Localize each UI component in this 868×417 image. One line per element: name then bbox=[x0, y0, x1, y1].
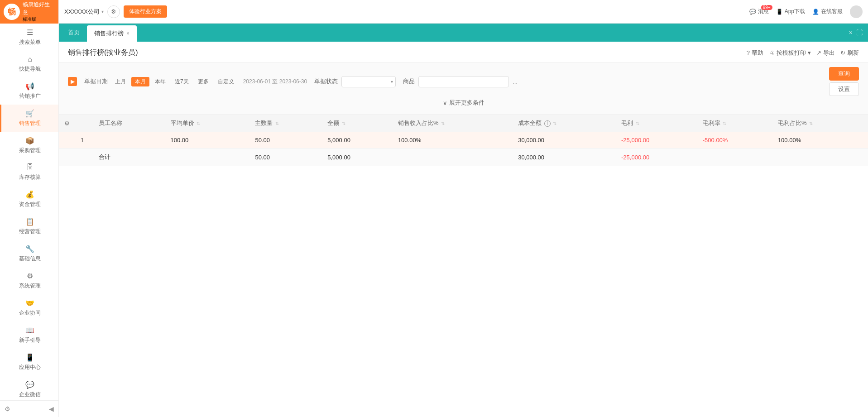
apps-icon: 📱 bbox=[25, 353, 34, 362]
operation-icon: 📋 bbox=[25, 217, 34, 226]
page-header: 销售排行榜(按业务员) ? 帮助 🖨 按模板打印 ▾ ↗ 导出 ↻ 刷新 bbox=[59, 42, 868, 62]
sidebar-item-basic[interactable]: 🔧 基础信息 bbox=[0, 240, 58, 267]
sidebar-item-operation[interactable]: 📋 经营管理 bbox=[0, 213, 58, 240]
message-badge: 99+ bbox=[761, 5, 772, 10]
sidebar-item-label: 搜索菜单 bbox=[19, 38, 41, 46]
sales-icon: 🛒 bbox=[25, 109, 34, 118]
help-button[interactable]: ? 帮助 bbox=[747, 49, 763, 57]
tab-close-all-icon[interactable]: × bbox=[849, 29, 853, 36]
col-qty: 主数量 ⇅ bbox=[249, 115, 322, 132]
sidebar-item-guide[interactable]: 📖 新手引导 bbox=[0, 321, 58, 349]
collapse-icon[interactable]: ◀ bbox=[49, 405, 54, 412]
sidebar-item-system[interactable]: ⚙ 系统管理 bbox=[0, 267, 58, 294]
header-settings-button[interactable]: ⚙ bbox=[107, 5, 120, 18]
sidebar-item-shortcut[interactable]: ⌂ 快捷导航 bbox=[0, 51, 58, 77]
status-select[interactable] bbox=[341, 76, 396, 87]
filter-toggle-button[interactable]: ▶ bbox=[68, 77, 77, 86]
col-amount: 全额 ⇅ bbox=[322, 115, 393, 132]
print-icon: 🖨 bbox=[769, 49, 775, 56]
col-avg-price: 平均单价 ⇅ bbox=[165, 115, 250, 132]
tab-close-icon[interactable]: × bbox=[126, 30, 129, 37]
date-tab-7days[interactable]: 近7天 bbox=[171, 77, 192, 86]
refresh-button[interactable]: ↻ 刷新 bbox=[840, 49, 859, 57]
total-row: 合计 50.00 5,000.00 30,000.00 bbox=[59, 149, 868, 166]
sidebar: 畅 畅康通好生意 标准版 ☰ 搜索菜单 ⌂ 快捷导航 📢 营销推广 🛒 销售管理… bbox=[0, 0, 59, 417]
template-print-button[interactable]: 🖨 按模板打印 ▾ bbox=[769, 49, 811, 57]
footer-settings-icon[interactable]: ⚙ bbox=[5, 405, 10, 412]
avg-price-sort-icon[interactable]: ⇅ bbox=[197, 121, 200, 126]
sidebar-item-apps[interactable]: 📱 应用中心 bbox=[0, 349, 58, 376]
profit-rate-sort-icon[interactable]: ⇅ bbox=[723, 121, 726, 126]
amount-sort-icon[interactable]: ⇅ bbox=[342, 121, 345, 126]
qty-sort-icon[interactable]: ⇅ bbox=[275, 121, 279, 126]
sidebar-item-marketing[interactable]: 📢 营销推广 bbox=[0, 77, 58, 105]
purchase-icon: 📦 bbox=[25, 136, 34, 145]
sidebar-item-label: 库存核算 bbox=[19, 173, 41, 181]
sidebar-item-wechat[interactable]: 💬 企业微信 bbox=[0, 376, 58, 400]
help-icon: ? bbox=[747, 49, 750, 56]
company-selector[interactable]: XXXXXX公司 ▾ bbox=[64, 8, 104, 16]
tab-bar: 首页 销售排行榜 × × ⛶ bbox=[59, 24, 868, 42]
collab-icon: 🤝 bbox=[25, 299, 34, 307]
profit-pct-sort-icon[interactable]: ⇅ bbox=[809, 121, 813, 126]
tab-home[interactable]: 首页 bbox=[61, 24, 87, 42]
cost-sort-icon[interactable]: ⇅ bbox=[553, 121, 556, 126]
row-avg-price-cell: 100.00 bbox=[165, 132, 250, 149]
total-profit-cell: -25,000.00 bbox=[616, 149, 697, 166]
app-download-button[interactable]: 📱 App下载 bbox=[776, 8, 805, 15]
sidebar-item-label: 快捷导航 bbox=[19, 65, 41, 73]
gear-icon: ⚙ bbox=[111, 8, 116, 15]
filter-goods-item: 商品 ... bbox=[403, 76, 518, 87]
tab-fullscreen-icon[interactable]: ⛶ bbox=[856, 29, 863, 36]
sales-pct-sort-icon[interactable]: ⇅ bbox=[441, 121, 445, 126]
header-right: 💬 消息 99+ 📱 App下载 👤 在线客服 bbox=[749, 5, 863, 18]
date-tab-last-month[interactable]: 上月 bbox=[111, 77, 129, 86]
avatar[interactable] bbox=[850, 5, 863, 18]
sidebar-item-search[interactable]: ☰ 搜索菜单 bbox=[0, 24, 58, 51]
sidebar-item-label: 经营管理 bbox=[19, 228, 41, 235]
total-profit-pct-cell bbox=[772, 149, 868, 166]
export-button[interactable]: ↗ 导出 bbox=[816, 49, 835, 57]
logo-text: 畅康通好生意 bbox=[23, 1, 55, 16]
date-tab-this-year[interactable]: 本年 bbox=[151, 77, 169, 86]
sidebar-item-purchase[interactable]: 📦 采购管理 bbox=[0, 132, 58, 159]
col-settings[interactable]: ⚙ bbox=[59, 115, 75, 132]
goods-ellipsis-button[interactable]: ... bbox=[513, 78, 518, 85]
message-button[interactable]: 💬 消息 99+ bbox=[749, 8, 769, 15]
goods-input[interactable] bbox=[418, 76, 509, 87]
settings-button[interactable]: 设置 bbox=[829, 82, 859, 96]
sidebar-item-sales[interactable]: 🛒 销售管理 bbox=[0, 105, 58, 132]
query-button[interactable]: 查询 bbox=[829, 67, 859, 81]
sidebar-item-inventory[interactable]: 🗄 库存核算 bbox=[0, 159, 58, 186]
trial-button[interactable]: 体验行业方案 bbox=[124, 5, 167, 18]
sidebar-item-label: 资金管理 bbox=[19, 201, 41, 208]
online-service-button[interactable]: 👤 在线客服 bbox=[812, 8, 843, 15]
service-icon: 👤 bbox=[812, 9, 819, 15]
marketing-icon: 📢 bbox=[25, 82, 34, 91]
finance-icon: 💰 bbox=[25, 190, 34, 199]
tab-bar-actions: × ⛶ bbox=[849, 29, 866, 36]
date-tab-more[interactable]: 更多 bbox=[194, 77, 212, 86]
date-tab-this-month[interactable]: 本月 bbox=[131, 77, 149, 86]
sidebar-item-label: 新手引导 bbox=[19, 336, 41, 344]
logo-icon: 畅 bbox=[4, 4, 20, 20]
sidebar-item-label: 系统管理 bbox=[19, 282, 41, 290]
tab-sales-ranking[interactable]: 销售排行榜 × bbox=[87, 25, 137, 42]
expand-down-icon: ∨ bbox=[443, 100, 447, 106]
print-arrow-icon: ▾ bbox=[808, 49, 811, 56]
cost-info-icon[interactable]: i bbox=[544, 120, 551, 127]
sidebar-item-finance[interactable]: 💰 资金管理 bbox=[0, 186, 58, 213]
filter-date-item: 单据日期 上月 本月 本年 近7天 更多 自定义 2023-06-01 至 20… bbox=[84, 77, 307, 86]
home-icon: ⌂ bbox=[28, 55, 32, 63]
sidebar-item-collab[interactable]: 🤝 企业协同 bbox=[0, 294, 58, 321]
profit-sort-icon[interactable]: ⇅ bbox=[636, 121, 639, 126]
row-amount-cell: 5,000.00 bbox=[322, 132, 393, 149]
date-tab-custom[interactable]: 自定义 bbox=[214, 77, 238, 86]
expand-more-button[interactable]: ∨ 展开更多条件 bbox=[443, 96, 484, 110]
tab-current-label: 销售排行榜 bbox=[94, 29, 124, 38]
tab-home-label: 首页 bbox=[68, 29, 80, 37]
sidebar-logo: 畅 畅康通好生意 标准版 bbox=[0, 0, 58, 24]
total-sales-pct-cell bbox=[393, 149, 513, 166]
table-header-row: ⚙ 员工名称 平均单价 ⇅ 主数量 ⇅ bbox=[59, 115, 868, 132]
message-icon: 💬 bbox=[749, 9, 756, 15]
